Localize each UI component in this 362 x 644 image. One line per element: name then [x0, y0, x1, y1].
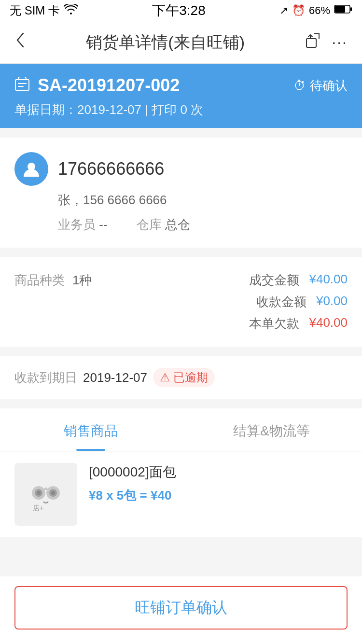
overdue-badge: ⚠ 已逾期: [153, 368, 215, 387]
tab-bar: 销售商品 结算&物流等: [0, 408, 362, 451]
customer-phone: 17666666666: [58, 159, 164, 179]
more-button[interactable]: ···: [332, 33, 348, 51]
goods-type: 商品种类 1种: [14, 272, 92, 289]
status-right: ↗ ⏰ 66%: [279, 4, 352, 17]
bottom-bar: 旺铺订单确认: [0, 576, 362, 644]
status-time: 下午3:28: [152, 1, 206, 20]
order-icon: [14, 75, 32, 96]
status-bar: 无 SIM 卡 下午3:28 ↗ ⏰ 66%: [0, 0, 362, 21]
sales-info: 业务员 --: [58, 216, 108, 233]
back-button[interactable]: [14, 30, 26, 54]
nav-bar: 销货单详情(来自旺铺) ···: [0, 21, 362, 64]
svg-rect-4: [15, 80, 29, 90]
order-status: ⏱ 待确认: [293, 77, 348, 94]
due-date-section: 收款到期日 2019-12-07 ⚠ 已逾期: [0, 356, 362, 399]
order-date: 单据日期：2019-12-07 | 打印 0 次: [14, 101, 348, 118]
wifi-icon: [64, 4, 78, 17]
status-left: 无 SIM 卡: [10, 3, 78, 18]
share-icon[interactable]: [305, 32, 322, 53]
svg-rect-1: [350, 7, 352, 11]
svg-point-10: [37, 491, 41, 495]
svg-rect-2: [335, 6, 345, 13]
battery-icon: [334, 4, 352, 17]
svg-text:店+: 店+: [33, 504, 43, 511]
warehouse-info: 仓库 总仓: [137, 216, 190, 233]
nav-right-actions: ···: [305, 32, 348, 53]
order-summary: 商品种类 1种 成交金额 ¥40.00 收款金额 ¥0.00 本单欠款 ¥40.…: [0, 257, 362, 347]
order-header: SA-20191207-002 ⏱ 待确认 单据日期：2019-12-07 | …: [0, 64, 362, 128]
page-title: 销货单详情(来自旺铺): [86, 31, 245, 54]
warning-icon: ⚠: [160, 371, 170, 384]
clock-icon: ⏱: [293, 78, 306, 93]
product-price: ¥8 x 5包 = ¥40: [89, 487, 348, 504]
tab-settlement[interactable]: 结算&物流等: [181, 408, 362, 451]
avatar: [14, 152, 48, 186]
alarm-icon: ⏰: [292, 4, 305, 17]
product-image: 店+: [14, 463, 77, 526]
location-icon: ↗: [279, 4, 288, 17]
confirm-order-button[interactable]: 旺铺订单确认: [14, 586, 348, 630]
product-name: [0000002]面包: [89, 463, 348, 481]
tab-products[interactable]: 销售商品: [0, 408, 181, 451]
product-list: 店+ [0000002]面包 ¥8 x 5包 = ¥40: [0, 451, 362, 537]
customer-card: 17666666666 张，156 6666 6666 业务员 -- 仓库 总仓: [0, 138, 362, 248]
product-item: 店+ [0000002]面包 ¥8 x 5包 = ¥40: [14, 463, 348, 526]
product-details: [0000002]面包 ¥8 x 5包 = ¥40: [89, 463, 348, 504]
order-id: SA-20191207-002: [14, 75, 180, 96]
battery-text: 66%: [309, 4, 330, 17]
customer-name: 张，156 6666 6666: [58, 192, 348, 209]
svg-point-11: [51, 491, 55, 495]
carrier-text: 无 SIM 卡: [10, 3, 60, 18]
customer-meta: 业务员 -- 仓库 总仓: [58, 216, 348, 233]
svg-rect-3: [306, 39, 316, 47]
amount-summary: 成交金额 ¥40.00 收款金额 ¥0.00 本单欠款 ¥40.00: [249, 272, 348, 332]
